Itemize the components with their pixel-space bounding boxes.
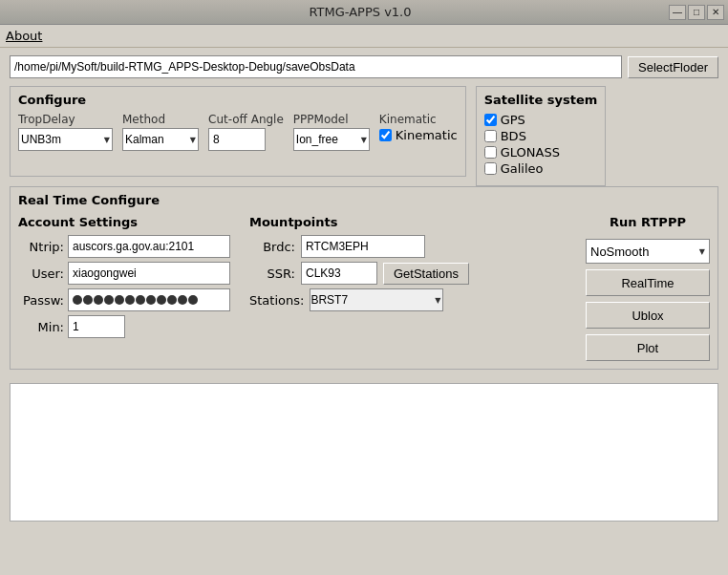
title-bar: RTMG-APPS v1.0 — □ ✕ [0, 0, 728, 25]
spacer [488, 215, 567, 361]
run-rtppp-title: Run RTPPP [610, 215, 686, 229]
min-field: Min: [18, 315, 230, 338]
smooth-dropdown-wrapper: NoSmooth Smooth [586, 239, 710, 264]
glonass-label: GLONASS [501, 145, 560, 160]
stations-dropdown-wrapper: BRST7 [310, 288, 443, 311]
ssr-input[interactable] [301, 262, 377, 285]
galileo-checkbox[interactable] [484, 162, 497, 175]
app-title: RTMG-APPS v1.0 [52, 5, 669, 19]
path-input[interactable] [10, 55, 622, 78]
bds-label: BDS [501, 129, 526, 143]
user-input[interactable] [68, 262, 230, 285]
brdc-field: Brdc: [249, 235, 469, 258]
min-input[interactable] [68, 315, 125, 338]
ppp-model-select[interactable]: Ion_free UC [293, 128, 370, 151]
user-label: User: [18, 266, 64, 281]
glonass-checkbox[interactable] [484, 146, 497, 159]
gps-row: GPS [484, 113, 598, 127]
ppp-model-dropdown-wrapper: Ion_free UC [293, 128, 370, 151]
run-rtppp-section: Run RTPPP NoSmooth Smooth RealTime Ublox… [586, 215, 710, 361]
trop-delay-group: TropDelay UNB3m Saastamoinen None [18, 113, 113, 151]
ssr-field: SSR: GetStations [249, 262, 469, 285]
ntrip-label: Ntrip: [18, 240, 64, 254]
gps-checkbox[interactable] [484, 114, 497, 126]
kinematic-group: Kinematic Kinematic [379, 113, 458, 142]
mountpoints-section: Mountpoints Brdc: SSR: GetStations Stati… [249, 215, 469, 361]
cutoff-angle-label: Cut-off Angle [208, 113, 284, 126]
trop-delay-label: TropDelay [18, 113, 113, 126]
stations-field: Stations: BRST7 [249, 288, 469, 311]
ppp-model-group: PPPModel Ion_free UC [293, 113, 370, 151]
output-area [10, 383, 718, 522]
kinematic-label: Kinematic [379, 113, 458, 126]
glonass-row: GLONASS [484, 145, 598, 160]
password-input[interactable] [68, 288, 230, 311]
real-time-title: Real Time Configure [18, 193, 710, 207]
method-select[interactable]: Kalman LSQ [122, 128, 199, 151]
ntrip-field: Ntrip: [18, 235, 230, 258]
min-label: Min: [18, 320, 64, 334]
gps-label: GPS [501, 113, 525, 127]
account-settings-section: Account Settings Ntrip: User: Passw: Min… [18, 215, 230, 361]
galileo-label: Galileo [501, 161, 544, 176]
stations-label: Stations: [249, 293, 304, 308]
menu-bar: About [0, 25, 728, 48]
about-menu[interactable]: About [6, 29, 42, 43]
kinematic-row: Kinematic [379, 128, 458, 142]
stations-select[interactable]: BRST7 [310, 288, 443, 311]
get-stations-button[interactable]: GetStations [383, 263, 469, 285]
cutoff-angle-group: Cut-off Angle [208, 113, 284, 151]
rt-inner: Account Settings Ntrip: User: Passw: Min… [18, 215, 710, 361]
path-row: SelectFloder [10, 55, 718, 78]
smooth-select[interactable]: NoSmooth Smooth [586, 239, 710, 264]
brdc-label: Brdc: [249, 240, 295, 254]
kinematic-text: Kinematic [396, 128, 458, 142]
galileo-row: Galileo [484, 161, 598, 176]
realtime-button[interactable]: RealTime [586, 269, 710, 296]
trop-delay-select[interactable]: UNB3m Saastamoinen None [18, 128, 113, 151]
password-label: Passw: [18, 293, 64, 308]
account-settings-title: Account Settings [18, 215, 230, 229]
configure-title: Configure [18, 93, 458, 107]
configure-row: TropDelay UNB3m Saastamoinen None Method… [18, 113, 458, 151]
ssr-label: SSR: [249, 266, 295, 281]
satellite-system-title: Satellite system [484, 93, 598, 107]
trop-delay-dropdown-wrapper: UNB3m Saastamoinen None [18, 128, 113, 151]
mountpoints-title: Mountpoints [249, 215, 469, 229]
ublox-button[interactable]: Ublox [586, 302, 710, 329]
window-controls: — □ ✕ [669, 5, 724, 20]
ppp-model-label: PPPModel [293, 113, 370, 126]
maximize-button[interactable]: □ [688, 5, 705, 20]
top-panels: Configure TropDelay UNB3m Saastamoinen N… [10, 86, 718, 186]
plot-button[interactable]: Plot [586, 334, 710, 361]
real-time-group: Real Time Configure Account Settings Ntr… [10, 186, 718, 370]
ntrip-input[interactable] [68, 235, 230, 258]
close-button[interactable]: ✕ [707, 5, 724, 20]
select-folder-button[interactable]: SelectFloder [628, 56, 718, 78]
kinematic-checkbox[interactable] [379, 129, 392, 141]
user-field: User: [18, 262, 230, 285]
bds-row: BDS [484, 129, 598, 143]
main-content: SelectFloder Configure TropDelay UNB3m S… [0, 48, 728, 377]
minimize-button[interactable]: — [669, 5, 686, 20]
cutoff-angle-input[interactable] [208, 128, 266, 151]
bds-checkbox[interactable] [484, 130, 497, 142]
brdc-input[interactable] [301, 235, 425, 258]
satellite-system-group: Satellite system GPS BDS GLONASS Galileo [476, 86, 607, 186]
method-group: Method Kalman LSQ [122, 113, 199, 151]
password-field: Passw: [18, 288, 230, 311]
method-dropdown-wrapper: Kalman LSQ [122, 128, 199, 151]
method-label: Method [122, 113, 199, 126]
configure-group: Configure TropDelay UNB3m Saastamoinen N… [10, 86, 466, 177]
